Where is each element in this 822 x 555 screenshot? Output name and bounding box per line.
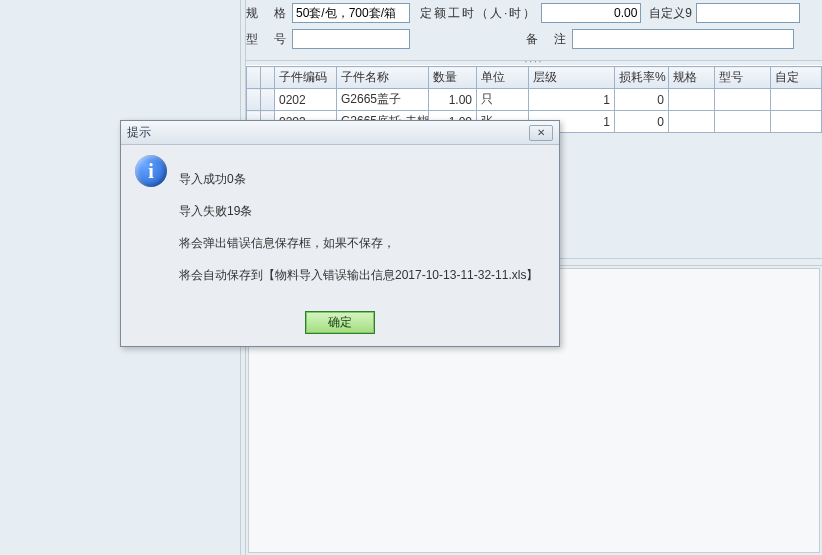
col-code[interactable]: 子件编码 [275, 67, 337, 89]
cell-level[interactable]: 1 [529, 89, 615, 111]
col-model[interactable]: 型号 [715, 67, 771, 89]
form-area: 规 格 定额工时（人·时） 自定义9 型 号 备 注 [246, 0, 822, 54]
dialog-message: 导入成功0条 导入失败19条 将会弹出错误信息保存框，如果不保存， 将会自动保存… [179, 155, 538, 299]
col-level[interactable]: 层级 [529, 67, 615, 89]
dialog-titlebar[interactable]: 提示 ✕ [121, 121, 559, 145]
main-panel: ⋮ 规 格 定额工时（人·时） 自定义9 型 号 备 注 ···· [0, 0, 822, 555]
ok-button[interactable]: 确定 [305, 311, 375, 334]
cell-qty[interactable]: 1.00 [429, 89, 477, 111]
dialog-close-button[interactable]: ✕ [529, 125, 553, 141]
model-label: 型 号 [246, 31, 288, 48]
col-custom[interactable]: 自定 [771, 67, 822, 89]
remark-input[interactable] [572, 29, 794, 49]
col-unit[interactable]: 单位 [477, 67, 529, 89]
info-icon: i [135, 155, 167, 187]
cell-loss[interactable]: 0 [615, 111, 669, 133]
msg-line: 将会自动保存到【物料导入错误输出信息2017-10-13-11-32-11.xl… [179, 267, 538, 283]
remark-label: 备 注 [526, 31, 568, 48]
cell-loss[interactable]: 0 [615, 89, 669, 111]
col-spec[interactable]: 规格 [669, 67, 715, 89]
col-qty[interactable]: 数量 [429, 67, 477, 89]
msg-line: 导入成功0条 [179, 171, 538, 187]
dialog-title: 提示 [127, 124, 529, 141]
spec-label: 规 格 [246, 5, 288, 22]
rated-input[interactable] [541, 3, 641, 23]
custom9-input[interactable] [696, 3, 800, 23]
close-icon: ✕ [537, 127, 545, 138]
msg-line: 将会弹出错误信息保存框，如果不保存， [179, 235, 538, 251]
cell-unit[interactable]: 只 [477, 89, 529, 111]
message-dialog: 提示 ✕ i 导入成功0条 导入失败19条 将会弹出错误信息保存框，如果不保存，… [120, 120, 560, 347]
cell-name[interactable]: G2665盖子 [337, 89, 429, 111]
cell-code[interactable]: 0202 [275, 89, 337, 111]
custom9-label: 自定义9 [649, 5, 692, 22]
spec-input[interactable] [292, 3, 410, 23]
col-name[interactable]: 子件名称 [337, 67, 429, 89]
model-input[interactable] [292, 29, 410, 49]
table-header-row: 子件编码 子件名称 数量 单位 层级 损耗率% 规格 型号 自定 [247, 67, 822, 89]
table-row[interactable]: 0202 G2665盖子 1.00 只 1 0 [247, 89, 822, 111]
msg-line: 导入失败19条 [179, 203, 538, 219]
col-loss[interactable]: 损耗率% [615, 67, 669, 89]
rated-label: 定额工时（人·时） [420, 5, 537, 22]
